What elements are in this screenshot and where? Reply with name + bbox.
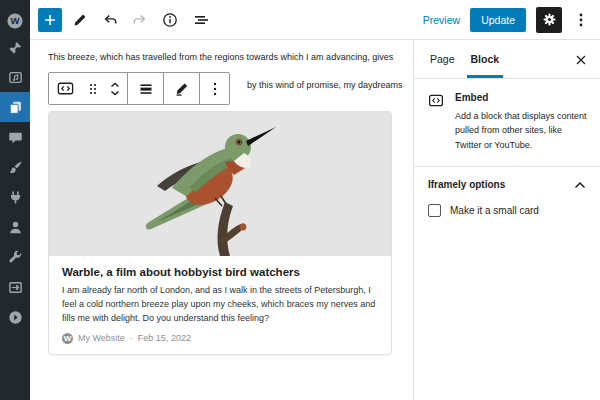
settings-icon (8, 280, 23, 295)
edit-url-button[interactable] (164, 73, 199, 104)
embed-card-description: I am already far north of London, and as… (62, 284, 382, 326)
settings-toggle-button[interactable] (536, 7, 562, 33)
brush-icon (8, 160, 23, 175)
sidebar-item-comments[interactable] (0, 122, 30, 152)
info-icon (162, 12, 178, 28)
pencil-icon (72, 12, 88, 28)
header-toolbar (30, 8, 212, 32)
details-button[interactable] (158, 8, 182, 32)
embed-block-type-button[interactable] (49, 73, 82, 104)
tools-button[interactable] (68, 8, 92, 32)
chevron-up-icon (574, 181, 586, 189)
site-name: My Website (78, 333, 125, 343)
move-up-down-icon (109, 81, 121, 97)
wordpress-logo-icon: W (6, 12, 24, 30)
alignment-icon (138, 81, 154, 97)
site-favicon: W (62, 333, 73, 344)
drag-handle-icon (89, 83, 97, 95)
svg-text:W: W (11, 15, 20, 26)
admin-sidebar: W (0, 0, 30, 400)
iframely-options-panel-header[interactable]: Iframely options (414, 167, 600, 198)
sidebar-item-appearance[interactable] (0, 152, 30, 182)
media-icon (8, 70, 23, 85)
small-card-checkbox[interactable] (428, 204, 441, 217)
embed-card-image (49, 112, 391, 256)
sidebar-tabs: Page Block (414, 40, 600, 79)
kebab-icon (579, 12, 583, 28)
block-inserter-button[interactable] (38, 8, 62, 32)
close-sidebar-button[interactable] (568, 47, 594, 73)
paragraph-text-line1[interactable]: This breeze, which has travelled from th… (48, 52, 393, 62)
block-options-button[interactable] (200, 73, 229, 104)
embed-card-title: Warble, a film about hobbyist bird watch… (62, 266, 378, 278)
edit-pencil-icon (174, 81, 190, 97)
footer-dot: · (130, 333, 133, 343)
list-view-icon (192, 12, 209, 28)
collapse-icon (8, 310, 23, 325)
redo-button[interactable] (128, 8, 152, 32)
block-toolbar (48, 72, 230, 105)
embed-chip (428, 93, 444, 152)
undo-icon (102, 12, 118, 28)
small-card-option-row: Make it a small card (414, 198, 600, 223)
bird-illustration (49, 112, 392, 256)
small-card-checkbox-label[interactable]: Make it a small card (450, 205, 539, 216)
block-info-card: Embed Add a block that displays content … (414, 79, 600, 167)
embed-card-body: Warble, a film about hobbyist bird watch… (49, 256, 391, 352)
settings-sidebar: Page Block Embed Add a block that displa… (413, 40, 600, 400)
sidebar-item-plugins[interactable] (0, 182, 30, 212)
sidebar-item-tools[interactable] (0, 242, 30, 272)
gear-icon (542, 12, 557, 27)
comments-icon (8, 130, 23, 145)
sidebar-item-settings[interactable] (0, 272, 30, 302)
options-kebab-icon (213, 82, 217, 96)
wordpress-logo[interactable]: W (0, 8, 30, 34)
wrench-icon (8, 250, 23, 265)
embed-card-block[interactable]: Warble, a film about hobbyist bird watch… (48, 111, 392, 355)
user-icon (8, 220, 23, 235)
block-description: Add a block that displays content pulled… (455, 109, 589, 152)
undo-button[interactable] (98, 8, 122, 32)
header-actions: Preview Update (423, 7, 600, 33)
redo-icon (132, 12, 148, 28)
publish-date: Feb 15, 2022 (138, 333, 191, 343)
sidebar-item-collapse-menu[interactable] (0, 302, 30, 332)
more-options-button[interactable] (572, 7, 590, 33)
editor-header: Preview Update (30, 0, 600, 40)
change-alignment-button[interactable] (128, 73, 163, 104)
paragraph-text-line2[interactable]: by this wind of promise, my daydreams (247, 80, 403, 90)
pages-icon (8, 100, 23, 115)
editor-canvas: This breeze, which has travelled from th… (30, 40, 413, 400)
close-icon (575, 54, 587, 66)
pin-icon (8, 40, 23, 55)
sidebar-item-users[interactable] (0, 212, 30, 242)
embed-block-icon (428, 93, 444, 108)
tab-block[interactable]: Block (463, 40, 508, 78)
list-view-button[interactable] (188, 8, 212, 32)
sidebar-item-media[interactable] (0, 62, 30, 92)
sidebar-item-pages[interactable] (0, 92, 30, 122)
plus-icon (43, 13, 57, 27)
tab-page[interactable]: Page (422, 40, 463, 78)
preview-button[interactable]: Preview (423, 14, 460, 26)
drag-handle[interactable] (82, 73, 103, 104)
block-name: Embed (455, 92, 589, 103)
block-info-text: Embed Add a block that displays content … (455, 92, 589, 152)
sidebar-item-posts[interactable] (0, 32, 30, 62)
panel-title: Iframely options (428, 179, 505, 190)
update-button[interactable]: Update (470, 8, 526, 32)
embed-card-footer: W My Website · Feb 15, 2022 (62, 333, 378, 344)
plug-icon (8, 190, 23, 205)
embed-block-icon (56, 79, 75, 98)
move-up-down-button[interactable] (103, 73, 127, 104)
